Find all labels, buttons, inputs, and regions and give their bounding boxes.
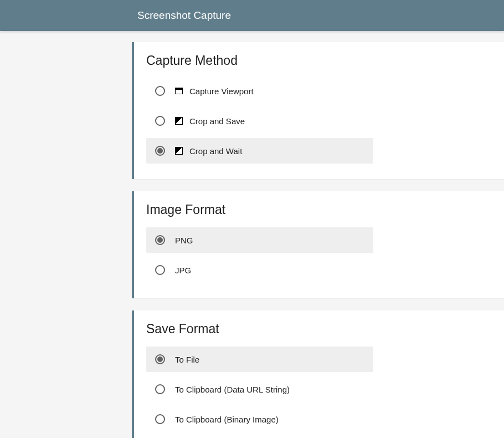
- option-to-clipboard-url[interactable]: To Clipboard (Data URL String): [146, 376, 373, 402]
- option-to-clipboard-binary[interactable]: To Clipboard (Binary Image): [146, 406, 373, 432]
- option-label: To Clipboard (Data URL String): [175, 385, 290, 394]
- section-title: Image Format: [146, 202, 492, 217]
- radio-icon: [155, 146, 165, 156]
- radio-icon: [155, 384, 165, 394]
- radio-icon: [155, 86, 165, 96]
- option-label: Crop and Save: [189, 116, 245, 126]
- option-png[interactable]: PNG: [146, 227, 373, 253]
- radio-icon: [155, 235, 165, 245]
- radio-icon: [155, 354, 165, 364]
- content-area: Capture Method Capture Viewport Crop and…: [0, 31, 504, 438]
- option-jpg[interactable]: JPG: [146, 257, 373, 283]
- option-label: PNG: [175, 236, 193, 245]
- crop-icon: [175, 147, 183, 155]
- option-to-file[interactable]: To File: [146, 347, 373, 372]
- app-header: Screenshot Capture: [0, 0, 504, 31]
- options-list: PNG JPG: [146, 227, 373, 283]
- option-crop-and-save[interactable]: Crop and Save: [146, 108, 373, 134]
- options-list: Capture Viewport Crop and Save Crop and …: [146, 78, 373, 164]
- option-label: To Clipboard (Binary Image): [175, 415, 279, 424]
- radio-icon: [155, 116, 165, 126]
- capture-method-section: Capture Method Capture Viewport Crop and…: [132, 42, 504, 179]
- viewport-icon: [175, 87, 183, 95]
- section-title: Save Format: [146, 322, 492, 337]
- option-crop-and-wait[interactable]: Crop and Wait: [146, 138, 373, 164]
- options-list: To File To Clipboard (Data URL String) T…: [146, 347, 373, 432]
- crop-icon: [175, 117, 183, 125]
- option-label: JPG: [175, 266, 191, 275]
- option-label: Capture Viewport: [189, 86, 254, 96]
- option-label: Crop and Wait: [189, 146, 242, 156]
- option-capture-viewport[interactable]: Capture Viewport: [146, 78, 373, 104]
- radio-icon: [155, 414, 165, 424]
- image-format-section: Image Format PNG JPG: [132, 191, 504, 298]
- option-label: To File: [175, 355, 199, 364]
- save-format-section: Save Format To File To Clipboard (Data U…: [132, 310, 504, 438]
- radio-icon: [155, 265, 165, 275]
- section-title: Capture Method: [146, 53, 492, 68]
- app-title: Screenshot Capture: [137, 9, 231, 22]
